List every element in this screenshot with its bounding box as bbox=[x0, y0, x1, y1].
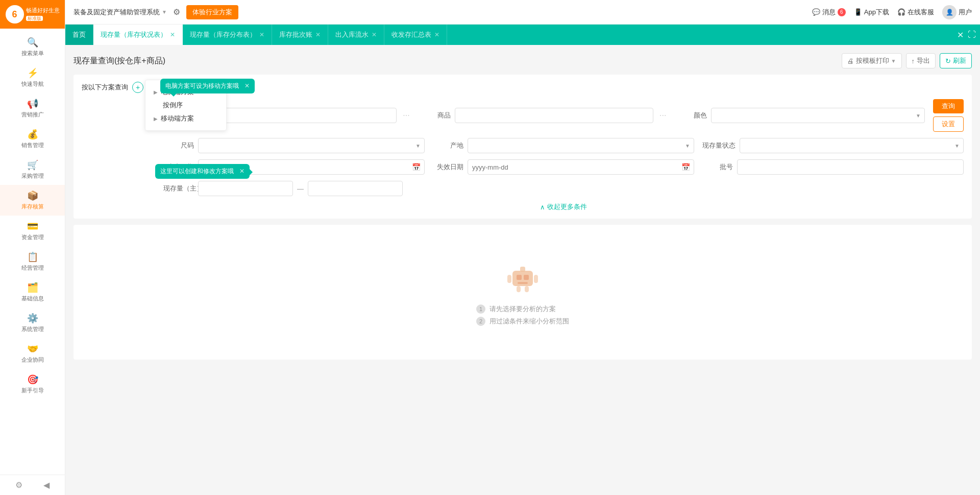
batch-input[interactable] bbox=[737, 159, 964, 175]
tab-close-icon-3[interactable]: ✕ bbox=[315, 31, 321, 38]
headset-icon: 🎧 bbox=[897, 8, 905, 16]
print-icon: 🖨 bbox=[847, 57, 854, 65]
color-select-wrap: ▼ bbox=[711, 108, 925, 123]
sidebar-item-search-menu[interactable]: 🔍 搜索菜单 bbox=[0, 32, 65, 62]
support-label: 在线客服 bbox=[908, 8, 934, 17]
sidebar-item-inventory[interactable]: 📦 库存核算 bbox=[0, 185, 65, 216]
tab-home[interactable]: 首页 bbox=[65, 25, 93, 45]
message-action[interactable]: 💬 消息 6 bbox=[812, 8, 846, 17]
collapse-icon[interactable]: ◀ bbox=[43, 480, 50, 490]
print-button[interactable]: 🖨 按模板打印 ▼ bbox=[842, 53, 902, 68]
exp-date-label: 失效日期 bbox=[433, 162, 463, 172]
tab-maximize-icon[interactable]: ⛶ bbox=[968, 30, 976, 39]
filter-field-color: 颜色 ▼ bbox=[676, 108, 925, 123]
tab-inventory-dist[interactable]: 现存量（库存分布表） ✕ bbox=[183, 25, 272, 45]
tooltip-close-icon[interactable]: ✕ bbox=[244, 82, 250, 89]
origin-select[interactable] bbox=[468, 138, 694, 153]
sidebar-item-marketing[interactable]: 📢 营销推广 bbox=[0, 93, 65, 124]
sidebar-label-inventory: 库存核算 bbox=[21, 203, 44, 210]
support-action[interactable]: 🎧 在线客服 bbox=[897, 8, 934, 17]
tab-close-all-icon[interactable]: ✕ bbox=[957, 30, 964, 40]
color-select[interactable] bbox=[711, 108, 925, 123]
settings-icon[interactable]: ⚙ bbox=[15, 480, 22, 490]
main-area: 装备及固定资产辅助管理系统 ▼ ⚙ 体验行业方案 💬 消息 6 📱 App下载 … bbox=[65, 0, 980, 495]
sidebar-item-enterprise[interactable]: 🤝 企业协同 bbox=[0, 338, 65, 369]
tab-inventory-status[interactable]: 现存量（库存状况表） ✕ bbox=[93, 25, 183, 45]
stock-qty-max-input[interactable] bbox=[308, 181, 403, 196]
stock-status-select[interactable] bbox=[740, 138, 964, 153]
sidebar-label-search-menu: 搜索菜单 bbox=[21, 50, 44, 57]
quick-nav-icon: ⚡ bbox=[27, 67, 38, 79]
refresh-button[interactable]: ↻ 刷新 bbox=[940, 53, 972, 68]
svg-rect-4 bbox=[520, 267, 525, 272]
sidebar-item-quick-nav[interactable]: ⚡ 快速导航 bbox=[0, 62, 65, 93]
tab-close-icon-2[interactable]: ✕ bbox=[259, 31, 264, 38]
size-select[interactable] bbox=[198, 138, 425, 153]
tab-batch-ledger[interactable]: 库存批次账 ✕ bbox=[272, 25, 328, 45]
tab-close-icon-4[interactable]: ✕ bbox=[372, 31, 377, 38]
scheme-mobile[interactable]: ▶ 移动端方案 bbox=[151, 112, 221, 125]
add-scheme-button[interactable]: + bbox=[132, 82, 143, 93]
sidebar-item-finance[interactable]: 💳 资金管理 bbox=[0, 216, 65, 246]
avatar: 👤 bbox=[942, 5, 957, 19]
svg-rect-1 bbox=[517, 275, 522, 280]
reset-button[interactable]: 设置 bbox=[933, 116, 964, 132]
export-button[interactable]: ↑ 导出 bbox=[906, 53, 936, 68]
filter-field-goods: 商品 ··· bbox=[420, 108, 669, 123]
tab-collect-summary[interactable]: 收发存汇总表 ✕ bbox=[384, 25, 447, 45]
sidebar-item-system[interactable]: ⚙️ 系统管理 bbox=[0, 308, 65, 338]
filter-panel: 按以下方案查询 + ↻ « ▶ 电脑端方案 按倒序 ▶ 移动端方案 bbox=[74, 75, 972, 219]
filter-row-1: 仓库 ··· 商品 ··· 颜色 ▼ bbox=[163, 99, 964, 132]
page-actions: 🖨 按模板打印 ▼ ↑ 导出 ↻ 刷新 bbox=[842, 53, 972, 68]
stock-qty-min-input[interactable] bbox=[198, 181, 293, 196]
sidebar-label-finance: 资金管理 bbox=[21, 233, 44, 241]
warehouse-input[interactable] bbox=[198, 108, 397, 123]
tab-close-icon[interactable]: ✕ bbox=[170, 31, 175, 38]
sidebar-item-basic[interactable]: 🗂️ 基础信息 bbox=[0, 277, 65, 308]
sidebar-item-purchase[interactable]: 🛒 采购管理 bbox=[0, 154, 65, 185]
experience-button[interactable]: 体验行业方案 bbox=[186, 5, 238, 19]
tooltip-create-close-icon[interactable]: ✕ bbox=[239, 168, 244, 175]
message-badge: 6 bbox=[838, 8, 846, 16]
scheme-mobile-label: 移动端方案 bbox=[161, 114, 194, 123]
arrow-right-icon-2: ▶ bbox=[154, 116, 158, 122]
collapse-label: 收起更多条件 bbox=[547, 202, 587, 211]
filter-header-label: 按以下方案查询 bbox=[82, 83, 128, 92]
app-label: App下载 bbox=[864, 8, 889, 17]
sidebar-item-operations[interactable]: 📋 经营管理 bbox=[0, 246, 65, 277]
search-menu-icon: 🔍 bbox=[27, 37, 38, 48]
sidebar-bottom: ⚙ ◀ bbox=[0, 475, 65, 495]
goods-input[interactable] bbox=[455, 108, 653, 123]
sidebar-label-purchase: 采购管理 bbox=[21, 172, 44, 180]
chevron-down-icon: ▼ bbox=[162, 9, 167, 15]
collapse-button[interactable]: ∧ 收起更多条件 bbox=[540, 202, 587, 211]
sidebar-item-sales[interactable]: 💰 销售管理 bbox=[0, 124, 65, 154]
calendar-icon-1: 📅 bbox=[412, 163, 421, 171]
sales-icon: 💰 bbox=[27, 129, 38, 140]
svg-rect-7 bbox=[517, 286, 521, 292]
tab-collect-summary-label: 收发存汇总表 bbox=[391, 30, 431, 39]
home-tab-label: 首页 bbox=[72, 30, 86, 39]
warehouse-dots-icon[interactable]: ··· bbox=[401, 111, 411, 120]
filter-footer: ∧ 收起更多条件 bbox=[163, 202, 964, 211]
tab-inout-flow[interactable]: 出入库流水 ✕ bbox=[328, 25, 384, 45]
gear-icon[interactable]: ⚙ bbox=[173, 7, 180, 17]
chevron-down-icon-print: ▼ bbox=[891, 58, 896, 64]
message-icon: 💬 bbox=[812, 8, 820, 16]
goods-dots-icon[interactable]: ··· bbox=[657, 111, 668, 120]
header-right: 💬 消息 6 📱 App下载 🎧 在线客服 👤 用户 bbox=[812, 5, 972, 19]
system-selector[interactable]: 装备及固定资产辅助管理系统 ▼ bbox=[74, 8, 167, 17]
empty-steps: 1 请先选择要分析的方案 2 用过滤条件来缩小分析范围 bbox=[476, 304, 569, 329]
exp-date-start-input[interactable] bbox=[468, 159, 694, 175]
scheme-desktop-child[interactable]: 按倒序 bbox=[151, 99, 221, 112]
tooltip-scheme: 电脑方案可设为移动方案哦 ✕ bbox=[160, 79, 255, 93]
export-icon: ↑ bbox=[912, 57, 915, 65]
sidebar-item-guide[interactable]: 🎯 新手引导 bbox=[0, 369, 65, 399]
tab-close-icon-5[interactable]: ✕ bbox=[434, 31, 439, 38]
filter-field-origin: 产地 ▼ bbox=[433, 138, 694, 153]
chevron-up-icon: ∧ bbox=[540, 203, 545, 211]
user-action[interactable]: 👤 用户 bbox=[942, 5, 972, 19]
system-name: 装备及固定资产辅助管理系统 bbox=[74, 8, 160, 17]
search-button[interactable]: 查询 bbox=[933, 99, 964, 113]
app-download-action[interactable]: 📱 App下载 bbox=[854, 8, 889, 17]
